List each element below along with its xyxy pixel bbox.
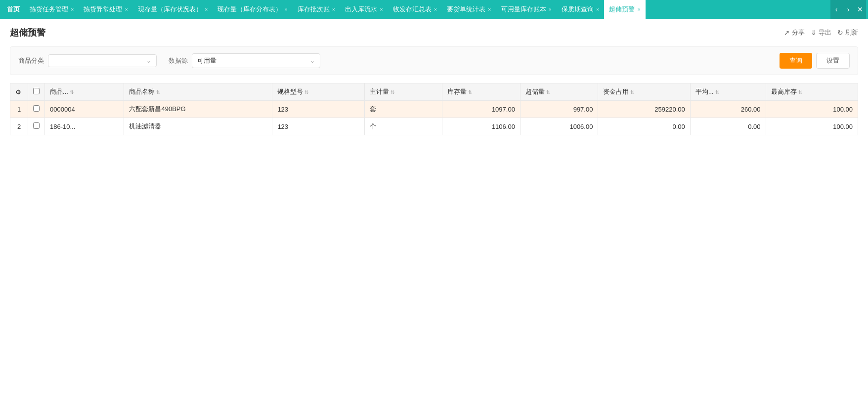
- export-icon: ⇓: [811, 29, 817, 37]
- row-number: 2: [10, 118, 28, 135]
- cell-unit: 套: [364, 101, 442, 118]
- col-label-over_stock: 超储量: [525, 88, 545, 95]
- nav-tab-tab3[interactable]: 现存量（库存状况表）×: [133, 0, 213, 19]
- table-col-gear[interactable]: ⚙: [10, 83, 28, 101]
- refresh-icon: ↻: [837, 29, 843, 37]
- export-button[interactable]: ⇓ 导出: [811, 28, 831, 37]
- nav-tab-tab1[interactable]: 拣货任务管理×: [25, 0, 79, 19]
- table-col-capital_used[interactable]: 资金占用⇅: [598, 83, 690, 101]
- sort-icon-over_stock: ⇅: [546, 89, 550, 95]
- nav-tab-label: 拣货任务管理: [30, 5, 68, 14]
- sort-icon-stock: ⇅: [468, 89, 472, 95]
- category-label: 商品分类: [18, 56, 44, 65]
- col-label-stock: 库存量: [447, 88, 467, 95]
- nav-tab-tab5[interactable]: 库存批次账×: [293, 0, 340, 19]
- category-filter: 商品分类 ⌄: [18, 54, 157, 67]
- table-col-checkbox[interactable]: [28, 83, 45, 101]
- setting-button[interactable]: 设置: [816, 53, 850, 69]
- nav-tab-label: 要货单统计表: [447, 5, 485, 14]
- datasource-label: 数据源: [169, 56, 188, 65]
- nav-tab-tab4[interactable]: 现存量（库存分布表）×: [213, 0, 292, 19]
- nav-bar: 首页 拣货任务管理×拣货异常处理×现存量（库存状况表）×现存量（库存分布表）×库…: [0, 0, 868, 19]
- nav-tab-tab11[interactable]: 超储预警×: [604, 0, 645, 19]
- nav-tab-label: 收发存汇总表: [393, 5, 432, 14]
- table-col-stock[interactable]: 库存量⇅: [442, 83, 521, 101]
- row-checkbox-cell[interactable]: [28, 101, 45, 118]
- nav-arrow-close[interactable]: ✕: [854, 0, 866, 19]
- tab-close-icon[interactable]: ×: [488, 6, 491, 12]
- nav-tab-label: 保质期查询: [562, 5, 594, 14]
- sort-icon-product_name: ⇅: [156, 89, 160, 95]
- tab-close-icon[interactable]: ×: [549, 6, 552, 12]
- nav-tab-label: 超储预警: [609, 5, 635, 14]
- tab-close-icon[interactable]: ×: [380, 6, 383, 12]
- row-checkbox[interactable]: [33, 105, 40, 112]
- tab-close-icon[interactable]: ×: [596, 6, 599, 12]
- nav-tab-tab10[interactable]: 保质期查询×: [557, 0, 604, 19]
- table-col-product_name[interactable]: 商品名称⇅: [124, 83, 272, 101]
- col-label-product_code: 商品...: [50, 88, 68, 95]
- page-title: 超储预警: [10, 27, 45, 39]
- cell-spec: 123: [272, 101, 364, 118]
- nav-tab-label: 出入库流水: [345, 5, 377, 14]
- filter-actions: 查询 设置: [780, 53, 850, 69]
- cell-max_stock: 100.00: [766, 118, 858, 135]
- sort-icon-max_stock: ⇅: [798, 89, 802, 95]
- tab-close-icon[interactable]: ×: [434, 6, 437, 12]
- tab-close-icon[interactable]: ×: [637, 6, 640, 12]
- refresh-button[interactable]: ↻ 刷新: [837, 28, 858, 37]
- data-table: ⚙商品...⇅商品名称⇅规格型号⇅主计量⇅库存量⇅超储量⇅资金占用⇅平均...⇅…: [10, 83, 858, 135]
- cell-avg: 260.00: [690, 101, 766, 118]
- nav-arrows: ‹ › ✕: [830, 0, 866, 19]
- table-col-unit[interactable]: 主计量⇅: [364, 83, 442, 101]
- cell-stock: 1097.00: [442, 101, 521, 118]
- nav-arrow-right[interactable]: ›: [842, 0, 854, 19]
- row-checkbox[interactable]: [33, 122, 40, 129]
- nav-arrow-left[interactable]: ‹: [830, 0, 842, 19]
- sort-icon-product_code: ⇅: [70, 89, 74, 95]
- col-label-product_name: 商品名称: [129, 88, 155, 95]
- cell-max_stock: 100.00: [766, 101, 858, 118]
- nav-tab-tab9[interactable]: 可用量库存账本×: [496, 0, 557, 19]
- cell-spec: 123: [272, 118, 364, 135]
- nav-tab-tab2[interactable]: 拣货异常处理×: [79, 0, 132, 19]
- cell-product_code: 0000004: [45, 101, 124, 118]
- nav-tab-label: 库存批次账: [298, 5, 330, 14]
- tab-close-icon[interactable]: ×: [125, 6, 128, 12]
- cell-product_name: 六配套新昌490BPG: [124, 101, 272, 118]
- select-all-checkbox[interactable]: [33, 88, 40, 94]
- table-col-product_code[interactable]: 商品...⇅: [45, 83, 124, 101]
- category-select[interactable]: ⌄: [48, 54, 157, 67]
- row-checkbox-cell[interactable]: [28, 118, 45, 135]
- sort-icon-spec: ⇅: [304, 89, 308, 95]
- tab-close-icon[interactable]: ×: [71, 6, 74, 12]
- table-col-spec[interactable]: 规格型号⇅: [272, 83, 364, 101]
- cell-unit: 个: [364, 118, 442, 135]
- table-container: ⚙商品...⇅商品名称⇅规格型号⇅主计量⇅库存量⇅超储量⇅资金占用⇅平均...⇅…: [10, 83, 858, 135]
- tab-close-icon[interactable]: ×: [205, 6, 208, 12]
- table-col-avg[interactable]: 平均...⇅: [690, 83, 766, 101]
- datasource-select[interactable]: 可用量 ⌄: [192, 53, 320, 68]
- nav-home[interactable]: 首页: [2, 0, 25, 19]
- cell-capital_used: 259220.00: [598, 101, 690, 118]
- nav-tab-tab7[interactable]: 收发存汇总表×: [388, 0, 442, 19]
- header-actions: ➚ 分享 ⇓ 导出 ↻ 刷新: [784, 28, 858, 37]
- table-col-over_stock[interactable]: 超储量⇅: [520, 83, 598, 101]
- table-row: 2186-10...机油滤清器123个1106.001006.000.000.0…: [10, 118, 858, 135]
- chevron-down-icon2: ⌄: [310, 57, 315, 64]
- sort-icon-avg: ⇅: [715, 89, 719, 95]
- page-content: 超储预警 ➚ 分享 ⇓ 导出 ↻ 刷新 商品分类 ⌄ 数据源: [0, 19, 868, 395]
- tab-close-icon[interactable]: ×: [284, 6, 287, 12]
- table-row: 10000004六配套新昌490BPG123套1097.00997.002592…: [10, 101, 858, 118]
- tab-close-icon[interactable]: ×: [332, 6, 335, 12]
- sort-icon-unit: ⇅: [391, 89, 394, 95]
- cell-stock: 1106.00: [442, 118, 521, 135]
- share-button[interactable]: ➚ 分享: [784, 28, 805, 37]
- table-col-max_stock[interactable]: 最高库存⇅: [766, 83, 858, 101]
- nav-tab-tab6[interactable]: 出入库流水×: [340, 0, 388, 19]
- col-label-unit: 主计量: [370, 88, 389, 95]
- filter-bar: 商品分类 ⌄ 数据源 可用量 ⌄ 查询 设置: [10, 46, 858, 75]
- cell-capital_used: 0.00: [598, 118, 690, 135]
- query-button[interactable]: 查询: [780, 53, 812, 69]
- nav-tab-tab8[interactable]: 要货单统计表×: [442, 0, 496, 19]
